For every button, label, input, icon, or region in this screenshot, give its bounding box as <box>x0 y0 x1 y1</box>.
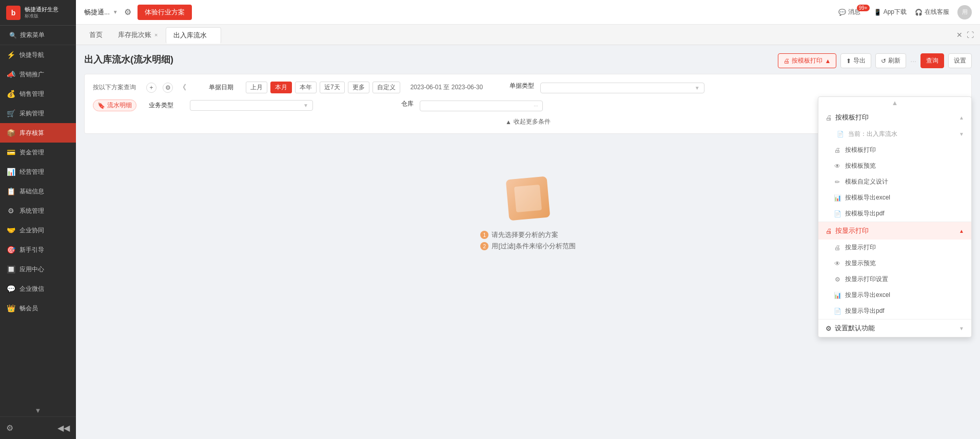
close-window-btn[interactable]: ✕ <box>956 31 963 39</box>
collapse-filter-label: 收起更多条件 <box>514 117 551 126</box>
sidebar-item-appcenter[interactable]: 🔲 应用中心 <box>0 260 76 279</box>
display-settings-icon: ⚙ <box>834 276 841 283</box>
warehouse-select[interactable]: ··· <box>420 101 543 111</box>
search-icon: 🔍 <box>9 32 17 39</box>
tab-inventory-flow-label: 出入库流水 <box>173 31 207 40</box>
print-template-label: 按模板打印 <box>792 56 822 65</box>
template-export-excel-label: 按模板导出excel <box>845 193 890 202</box>
display-print-label: 按显示打印 <box>835 226 869 235</box>
panel-scroll-up[interactable]: ▲ <box>818 97 971 109</box>
sidebar-item-collab[interactable]: 🤝 企业协同 <box>0 221 76 240</box>
sidebar-item-purchase[interactable]: 🛒 采购管理 <box>0 104 76 123</box>
refresh-icon: ↺ <box>881 57 886 65</box>
tab-inventory-flow[interactable]: 出入库流水 × <box>166 27 221 44</box>
display-export-pdf-label: 按显示导出pdf <box>845 307 885 315</box>
dropdown-footer[interactable]: ⚙ 设置默认功能 ▼ <box>818 320 971 337</box>
user-avatar[interactable]: 用 <box>957 5 972 19</box>
empty-hint-2-text: 用[过滤]条件来缩小分析范围 <box>492 242 575 251</box>
template-export-excel-item[interactable]: 📊 按模板导出excel <box>818 190 971 206</box>
current-template-item[interactable]: 📄 当前：出入库流水 ▼ <box>818 126 971 142</box>
collapse-filter-btn[interactable]: ▲ 收起更多条件 <box>505 117 551 126</box>
sidebar-item-guide[interactable]: 🎯 新手引导 <box>0 240 76 260</box>
nav-icon-system: ⚙ <box>6 206 15 215</box>
filter-add-btn[interactable]: + <box>146 83 156 93</box>
nav-icon-inventory: 📦 <box>6 128 15 137</box>
sidebar-item-member[interactable]: 👑 畅会员 <box>0 298 76 318</box>
tab-inventory-flow-close[interactable]: × <box>210 32 213 38</box>
sidebar-item-marketing[interactable]: 📣 营销推广 <box>0 65 76 84</box>
maximize-window-btn[interactable]: ⛶ <box>967 31 974 39</box>
sidebar-item-sales[interactable]: 💰 销售管理 <box>0 84 76 104</box>
nav-icon-collab: 🤝 <box>6 226 15 235</box>
date-btn-last-month[interactable]: 上月 <box>246 82 267 93</box>
trial-btn[interactable]: 体验行业方案 <box>138 5 192 20</box>
biz-type-select[interactable]: ▼ <box>190 100 313 111</box>
display-export-excel-item[interactable]: 📊 按显示导出excel <box>818 287 971 303</box>
sidebar-item-inventory[interactable]: 📦 库存核算 <box>0 123 76 143</box>
date-btn-this-month[interactable]: 本月 <box>270 82 292 93</box>
nav-label-sales: 销售管理 <box>19 90 44 98</box>
filter-tag-icon: 🔖 <box>97 102 105 109</box>
display-print-icon: 🖨 <box>826 227 832 235</box>
settings-bottom-icon[interactable]: ⚙ <box>6 423 13 433</box>
template-preview-item[interactable]: 👁 按模板预览 <box>818 158 971 174</box>
refresh-btn[interactable]: ↺ 刷新 <box>875 53 906 68</box>
template-print-item[interactable]: 🖨 按模板打印 <box>818 142 971 158</box>
date-btn-custom[interactable]: 自定义 <box>373 82 400 93</box>
sidebar-scroll-down[interactable]: ▼ <box>0 405 76 416</box>
display-print-sub-icon: 🖨 <box>834 244 841 251</box>
nav-label-purchase: 采购管理 <box>19 109 44 118</box>
bill-type-select[interactable]: ▼ <box>540 83 704 93</box>
sidebar-item-system[interactable]: ⚙ 系统管理 <box>0 201 76 221</box>
sidebar-item-finance[interactable]: 💳 资金管理 <box>0 143 76 162</box>
empty-image <box>502 173 554 224</box>
tab-batch-ledger-close[interactable]: × <box>154 32 158 38</box>
sidebar-search[interactable]: 🔍 搜索菜单 <box>0 26 76 45</box>
display-excel-icon: 📊 <box>834 292 841 299</box>
collapse-sidebar-icon[interactable]: ◀◀ <box>57 423 70 433</box>
display-preview-icon: 👁 <box>834 260 841 267</box>
display-print-item[interactable]: 🖨 按显示打印 <box>818 240 971 255</box>
display-preview-item[interactable]: 👁 按显示预览 <box>818 255 971 271</box>
account-selector[interactable]: 畅捷通... ▼ <box>84 8 118 17</box>
filter-settings-btn[interactable]: ⚙ <box>163 83 173 93</box>
app-download-btn[interactable]: 📱 App下载 <box>874 8 907 16</box>
customer-service-btn[interactable]: 🎧 在线客服 <box>915 8 949 16</box>
biz-type-chevron-icon: ▼ <box>303 103 308 108</box>
message-btn[interactable]: 💬 消息 99+ <box>833 8 866 16</box>
display-print-settings-item[interactable]: ⚙ 按显示打印设置 <box>818 271 971 287</box>
settings-btn[interactable]: 设置 <box>948 53 972 68</box>
sidebar-item-quicknav[interactable]: ⚡ 快捷导航 <box>0 45 76 65</box>
template-custom-design-item[interactable]: ✏ 模板自定义设计 <box>818 174 971 190</box>
filter-tag-detail: 🔖 流水明细 <box>93 99 136 111</box>
print-template-btn[interactable]: 🖨 按模板打印 ▲ <box>778 53 836 68</box>
template-print-header[interactable]: 🖨 按模板打印 ▲ <box>818 109 971 126</box>
template-print-icon: 🖨 <box>826 114 832 122</box>
date-filter-label: 单据日期 <box>209 83 240 92</box>
display-print-sub-label: 按显示打印 <box>845 243 876 252</box>
date-btn-more[interactable]: 更多 <box>348 82 369 93</box>
template-print-sub-icon: 🖨 <box>834 147 841 154</box>
template-export-pdf-item[interactable]: 📄 按模板导出pdf <box>818 206 971 222</box>
nav-label-basicinfo: 基础信息 <box>19 187 44 196</box>
sidebar-item-wechat[interactable]: 💬 企业微信 <box>0 279 76 298</box>
date-btn-this-year[interactable]: 本年 <box>295 82 317 93</box>
query-btn[interactable]: 查询 <box>920 53 944 68</box>
sidebar-item-basic-info[interactable]: 📋 基础信息 <box>0 182 76 201</box>
tab-batch-ledger[interactable]: 库存批次账 × <box>111 27 165 43</box>
current-template-icon: 📄 <box>837 131 844 137</box>
display-print-header[interactable]: 🖨 按显示打印 ▲ <box>818 222 971 240</box>
nav-label-operations: 经营管理 <box>19 168 44 176</box>
empty-hint-1-text: 请先选择要分析的方案 <box>492 230 558 240</box>
date-btn-7days[interactable]: 近7天 <box>320 82 345 93</box>
display-export-pdf-item[interactable]: 📄 按显示导出pdf <box>818 303 971 319</box>
filter-collapse-btn[interactable]: 《 <box>179 83 186 92</box>
template-pdf-icon: 📄 <box>834 210 841 217</box>
nav-label-collab: 企业协同 <box>19 226 44 235</box>
tab-home[interactable]: 首页 <box>82 27 110 43</box>
topbar-settings-icon[interactable]: ⚙ <box>124 7 131 17</box>
nav-icon-sales: 💰 <box>6 89 15 98</box>
warehouse-chevron-icon: ··· <box>534 103 538 109</box>
sidebar-item-operations[interactable]: 📊 经营管理 <box>0 162 76 182</box>
export-btn[interactable]: ⬆ 导出 <box>840 53 871 68</box>
